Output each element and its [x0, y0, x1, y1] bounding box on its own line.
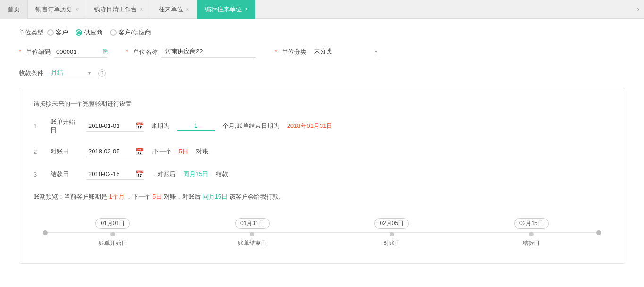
copy-icon[interactable]: ⎘ — [103, 48, 107, 55]
preview-suffix: 该客户会给我打款。 — [229, 193, 285, 200]
radio-customer-label: 客户 — [56, 28, 68, 37]
payment-condition-group: 收款条件 月结 ▾ ? — [19, 67, 106, 79]
tab-label: 编辑往来单位 — [205, 5, 242, 14]
radio-group: 客户 供应商 客户/供应商 — [47, 28, 151, 37]
main-content: 单位类型 客户 供应商 客户/供应商 * 单位编码 — [0, 19, 644, 287]
tab-label: 钱货日清工作台 — [94, 5, 137, 14]
reconcile-date-input[interactable]: 2018-02-05 — [86, 146, 134, 157]
period-input[interactable] — [177, 121, 215, 131]
calendar-icon[interactable]: 📅 — [136, 148, 144, 155]
help-icon[interactable]: ? — [98, 69, 106, 77]
tab-cash-goods-workbench[interactable]: 钱货日清工作台 × — [86, 0, 151, 19]
radio-cs-label: 客户/供应商 — [119, 28, 151, 37]
end-date-highlight: 2018年01月31日 — [287, 122, 333, 130]
unit-category-label: 单位分类 — [282, 48, 306, 56]
step-3: 3 — [34, 171, 43, 178]
radio-customer[interactable]: 客户 — [47, 28, 68, 37]
preview-prefix: 账期预览：当前客户账期是 — [34, 193, 107, 200]
radio-cs-circle — [110, 29, 117, 36]
payment-row: 收款条件 月结 ▾ ? — [19, 67, 625, 79]
reconcile-prefix: ,下一个 — [151, 147, 171, 156]
setting-row-1: 1 账单开始日 2018-01-01 📅 账期为 个月,账单结束日期为 2018… — [34, 118, 610, 135]
timeline-end-dot — [596, 230, 601, 235]
unit-category-group: * 单位分类 未分类 ▾ — [275, 45, 381, 58]
preview-section: 账期预览：当前客户账期是 1个月 ，下一个 5日 对账，对账后 同月15日 该客… — [34, 191, 610, 252]
required-star: * — [275, 48, 277, 55]
settings-box: 请按照未来的一个完整帐期进行设置 1 账单开始日 2018-01-01 📅 账期… — [19, 88, 625, 264]
payment-prefix: ，对账后 — [151, 170, 176, 178]
timeline: 01月01日 账单开始日 01月31日 账单结束日 02月05日 对账日 — [34, 213, 610, 252]
tab-home-label: 首页 — [8, 5, 20, 14]
unit-name-label: 单位名称 — [133, 48, 158, 56]
preview-text: 账期预览：当前客户账期是 1个月 ，下一个 5日 对账，对账后 同月15日 该客… — [34, 191, 610, 202]
tab-label: 往来单位 — [159, 5, 183, 14]
payment-condition-select[interactable]: 月结 ▾ — [47, 67, 94, 79]
setting-row-2: 2 对账日 2018-02-05 📅 ,下一个 5日 对账 — [34, 146, 610, 157]
close-icon[interactable]: × — [75, 7, 78, 12]
setting-row-3: 3 结款日 2018-02-15 📅 ，对账后 同月15日 结款 — [34, 169, 610, 180]
preview-orange1: 1个月 — [109, 193, 125, 200]
timeline-node-1: 01月01日 账单开始日 — [43, 218, 183, 247]
reconcile-suffix: 对账 — [196, 147, 208, 156]
unit-code-input[interactable]: 000001 — [54, 46, 102, 57]
node-label-4: 02月15日 — [514, 218, 549, 229]
node-sublabel-2: 账单结束日 — [238, 239, 266, 247]
tab-sales-order-history[interactable]: 销售订单历史 × — [28, 0, 86, 19]
close-icon[interactable]: × — [186, 7, 189, 12]
close-icon[interactable]: × — [140, 7, 143, 12]
unit-code-label: 单位编码 — [26, 48, 51, 56]
timeline-nodes: 01月01日 账单开始日 01月31日 账单结束日 02月05日 对账日 — [43, 218, 601, 247]
timeline-node-2: 01月31日 账单结束日 — [183, 218, 322, 247]
tab-partner-unit[interactable]: 往来单位 × — [151, 0, 197, 19]
step-1: 1 — [34, 123, 43, 130]
payment-condition-value: 月结 — [51, 68, 63, 77]
radio-supplier[interactable]: 供应商 — [76, 28, 102, 37]
unit-type-label: 单位类型 — [19, 28, 43, 37]
setting-name-2: 对账日 — [51, 147, 79, 156]
timeline-node-4: 02月15日 结款日 — [462, 218, 602, 247]
radio-supplier-label: 供应商 — [84, 28, 102, 37]
radio-customer-supplier[interactable]: 客户/供应商 — [110, 28, 151, 37]
node-sublabel-4: 结款日 — [523, 239, 540, 247]
node-label-2: 01月31日 — [235, 218, 270, 229]
node-dot-3 — [390, 232, 394, 236]
unit-category-value: 未分类 — [314, 47, 332, 56]
period-prefix: 账期为 — [151, 122, 169, 130]
timeline-node-3: 02月05日 对账日 — [322, 218, 462, 247]
node-dot-1 — [110, 232, 115, 236]
tab-edit-partner-unit[interactable]: 编辑往来单位 × — [197, 0, 255, 19]
step-2: 2 — [34, 148, 43, 155]
radio-supplier-circle — [76, 29, 82, 36]
preview-cyan1: 同月15日 — [203, 193, 228, 200]
dropdown-arrow-icon: ▾ — [375, 49, 377, 54]
tab-bar: 首页 销售订单历史 × 钱货日清工作台 × 往来单位 × 编辑往来单位 × › — [0, 0, 644, 19]
settings-title: 请按照未来的一个完整帐期进行设置 — [34, 100, 610, 108]
unit-type-row: 单位类型 客户 供应商 客户/供应商 — [19, 28, 625, 37]
radio-customer-circle — [47, 29, 54, 36]
close-icon[interactable]: × — [245, 7, 248, 12]
unit-type-group: 单位类型 客户 供应商 客户/供应商 — [19, 28, 151, 37]
calendar-icon[interactable]: 📅 — [136, 122, 144, 130]
tab-home[interactable]: 首页 — [0, 0, 28, 19]
required-star: * — [126, 48, 128, 55]
node-dot-4 — [529, 232, 534, 236]
reconcile-highlight: 5日 — [179, 147, 188, 156]
unit-category-select[interactable]: 未分类 ▾ — [310, 45, 381, 58]
calendar-icon[interactable]: 📅 — [136, 170, 144, 178]
required-star: * — [19, 48, 21, 55]
node-dot-2 — [250, 232, 254, 236]
tab-label: 销售订单历史 — [35, 5, 72, 14]
payment-highlight: 同月15日 — [183, 170, 208, 178]
start-date-input-wrapper: 2018-01-01 📅 — [86, 120, 144, 132]
tab-more-button[interactable]: › — [632, 5, 644, 14]
payment-suffix: 结款 — [216, 170, 228, 178]
unit-code-input-wrapper: 000001 ⎘ — [54, 46, 107, 58]
payment-date-input[interactable]: 2018-02-15 — [86, 169, 134, 179]
node-label-3: 02月05日 — [374, 218, 409, 229]
setting-name-3: 结款日 — [51, 170, 79, 178]
preview-mid2: 对账，对账后 — [164, 193, 201, 200]
unit-name-input[interactable]: 河南供应商22 — [161, 46, 256, 58]
start-date-input[interactable]: 2018-01-01 — [86, 120, 134, 131]
node-sublabel-1: 账单开始日 — [99, 239, 127, 247]
node-label-1: 01月01日 — [95, 218, 130, 229]
